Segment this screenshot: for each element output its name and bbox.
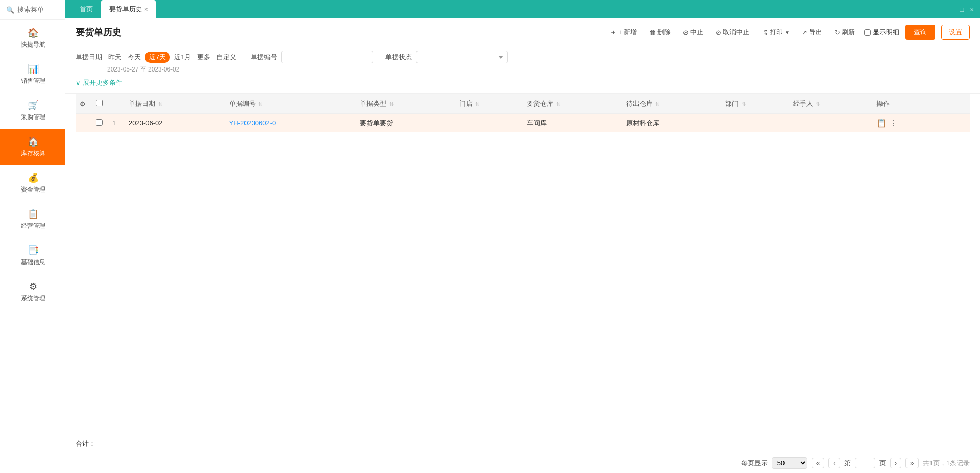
data-table: ⚙ 单据日期 ⇅ 单据编号 ⇅ 单据类型 ⇅	[76, 94, 970, 132]
content-area: 要货单历史 ＋ + 新增 🗑 删除 ⊘ 中止 ⊘ 取消中止	[65, 18, 980, 473]
date-col-header[interactable]: 单据日期 ⇅	[125, 94, 225, 114]
sidebar-item-inventory[interactable]: 🏠 库存核算	[0, 129, 65, 165]
sidebar-icon-inventory: 🏠	[28, 136, 39, 147]
toolbar: ＋ + 新增 🗑 删除 ⊘ 中止 ⊘ 取消中止 🖨 打印	[607, 25, 970, 40]
table-area: ⚙ 单据日期 ⇅ 单据编号 ⇅ 单据类型 ⇅	[65, 94, 980, 435]
next-page-btn[interactable]: ›	[890, 458, 901, 468]
date-tab-last1m[interactable]: 近1月	[172, 52, 193, 63]
window-minimize-btn[interactable]: —	[947, 6, 954, 13]
date-range-display: 2023-05-27 至 2023-06-02	[107, 66, 179, 73]
export-button[interactable]: ↗ 导出	[799, 26, 825, 39]
new-button[interactable]: ＋ + 新增	[607, 26, 640, 39]
doc-number-input[interactable]	[281, 51, 373, 63]
store-sort-icon: ⇅	[475, 101, 479, 107]
date-tab-custom[interactable]: 自定义	[214, 52, 238, 63]
sidebar-icon-purchase: 🛒	[28, 100, 39, 111]
page-suffix-label: 页	[879, 459, 886, 468]
page-header: 要货单历史 ＋ + 新增 🗑 删除 ⊘ 中止 ⊘ 取消中止	[65, 18, 980, 44]
sidebar-item-purchase[interactable]: 🛒 采购管理	[0, 92, 65, 129]
expand-icon: ∨	[76, 79, 81, 87]
dept-sort-icon: ⇅	[742, 101, 746, 107]
date-tab-yesterday[interactable]: 昨天	[106, 52, 124, 63]
docno-col-header[interactable]: 单据编号 ⇅	[225, 94, 356, 114]
first-page-btn[interactable]: «	[812, 458, 824, 468]
delete-icon: 🗑	[649, 29, 656, 36]
stop-icon: ⊘	[683, 29, 689, 36]
sidebar-icon-sales: 📊	[28, 63, 39, 75]
pending-warehouse-col-header[interactable]: 待出仓库 ⇅	[622, 94, 721, 114]
select-all-header[interactable]	[92, 94, 108, 114]
sidebar-item-quick-nav[interactable]: 🏠 快捷导航	[0, 20, 65, 56]
sidebar-label-operations: 经营管理	[21, 222, 45, 230]
handler-col-header[interactable]: 经手人 ⇅	[789, 94, 873, 114]
sidebar-label-system: 系统管理	[21, 294, 45, 303]
doc-number-label: 单据编号	[251, 53, 277, 62]
doctype-col-header[interactable]: 单据类型 ⇅	[356, 94, 455, 114]
search-button[interactable]: 查询	[905, 25, 935, 40]
tab-requisition-history[interactable]: 要货单历史 ×	[101, 0, 156, 18]
expand-more-btn[interactable]: ∨ 展开更多条件	[76, 78, 970, 87]
sidebar: 🔍 搜索菜单 🏠 快捷导航 📊 销售管理 🛒 采购管理 🏠 库存核算 💰 资金管…	[0, 0, 65, 473]
settings-button[interactable]: 设置	[941, 25, 970, 40]
row-num-header	[108, 94, 125, 114]
refresh-button[interactable]: ↻ 刷新	[831, 26, 858, 39]
tab-label-home: 首页	[80, 5, 93, 14]
sidebar-item-operations[interactable]: 📋 经营管理	[0, 201, 65, 238]
page-prefix-label: 第	[844, 459, 851, 468]
date-tab-today[interactable]: 今天	[126, 52, 143, 63]
display-detail-checkbox[interactable]: 显示明细	[864, 28, 899, 37]
sidebar-icon-base-info: 📑	[28, 245, 39, 256]
row-req-warehouse: 车间库	[523, 114, 622, 132]
last-page-btn[interactable]: »	[905, 458, 918, 468]
row-docno[interactable]: YH-20230602-0	[225, 114, 356, 132]
tab-label-requisition-history: 要货单历史	[109, 5, 142, 14]
date-filter: 单据日期 昨天今天近7天近1月更多自定义	[76, 52, 238, 63]
row-edit-btn[interactable]: 📋	[876, 118, 887, 128]
sidebar-item-finance[interactable]: 💰 资金管理	[0, 165, 65, 201]
export-icon: ↗	[802, 29, 807, 36]
date-filter-label: 单据日期	[76, 53, 102, 62]
store-col-header[interactable]: 门店 ⇅	[455, 94, 523, 114]
window-maximize-btn[interactable]: □	[960, 6, 964, 13]
prev-page-btn[interactable]: ‹	[828, 458, 840, 468]
per-page-select[interactable]: 102050100	[772, 457, 807, 469]
sidebar-icon-system: ⚙	[29, 281, 37, 292]
date-tab-last7[interactable]: 近7天	[145, 52, 170, 63]
docno-sort-icon: ⇅	[258, 101, 262, 107]
table-footer: 合计：	[65, 435, 980, 453]
sidebar-icon-operations: 📋	[28, 208, 39, 220]
sidebar-label-sales: 销售管理	[21, 77, 45, 85]
row-pending-warehouse: 原材料仓库	[622, 114, 721, 132]
per-page-label: 每页显示	[741, 459, 768, 468]
status-select[interactable]	[416, 51, 508, 63]
date-tab-more[interactable]: 更多	[195, 52, 212, 63]
sidebar-item-system[interactable]: ⚙ 系统管理	[0, 274, 65, 310]
table-settings-btn[interactable]: ⚙	[76, 94, 92, 114]
page-title: 要货单历史	[76, 26, 121, 38]
stop-button[interactable]: ⊘ 中止	[680, 26, 706, 39]
req-warehouse-col-header[interactable]: 要货仓库 ⇅	[523, 94, 622, 114]
total-info: 共1页，1条记录	[923, 459, 970, 468]
doctype-sort-icon: ⇅	[389, 101, 394, 107]
delete-button[interactable]: 🗑 删除	[646, 26, 674, 39]
cancel-stop-button[interactable]: ⊘ 取消中止	[713, 26, 752, 39]
page-number-input[interactable]: 1	[855, 458, 875, 468]
sidebar-item-base-info[interactable]: 📑 基础信息	[0, 238, 65, 274]
sidebar-label-finance: 资金管理	[21, 185, 45, 194]
sidebar-search[interactable]: 🔍 搜索菜单	[0, 0, 65, 20]
window-close-btn[interactable]: ×	[970, 6, 974, 13]
handler-sort-icon: ⇅	[816, 101, 820, 107]
tab-close-requisition-history[interactable]: ×	[144, 6, 148, 12]
cancel-stop-icon: ⊘	[716, 29, 721, 36]
row-checkbox-cell[interactable]	[92, 114, 108, 132]
tab-home[interactable]: 首页	[71, 0, 101, 18]
refresh-icon: ↻	[835, 29, 840, 36]
dept-col-header[interactable]: 部门 ⇅	[721, 94, 789, 114]
print-button[interactable]: 🖨 打印 ▼	[758, 26, 793, 39]
search-icon: 🔍	[6, 6, 14, 14]
row-store	[455, 114, 523, 132]
date-tabs: 昨天今天近7天近1月更多自定义	[106, 52, 238, 63]
total-label: 合计：	[76, 439, 95, 448]
row-more-btn[interactable]: ⋮	[890, 118, 898, 128]
sidebar-item-sales[interactable]: 📊 销售管理	[0, 56, 65, 92]
